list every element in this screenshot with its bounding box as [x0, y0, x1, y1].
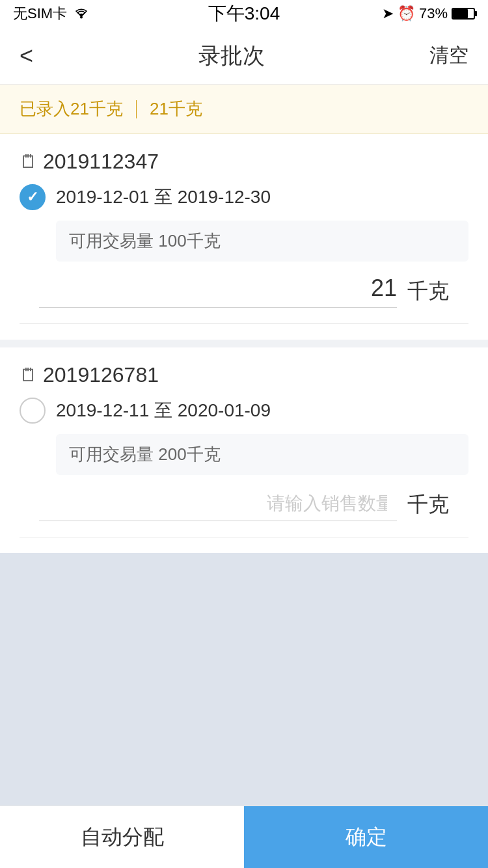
batch-radio-2[interactable] — [20, 398, 46, 424]
batch-id-2: 2019126781 — [43, 363, 159, 387]
batch-date-row-1[interactable]: 2019-12-01 至 2019-12-30 — [20, 184, 468, 210]
carrier-text: 无SIM卡 — [13, 4, 67, 23]
quantity-input-2[interactable] — [267, 488, 397, 515]
summary-banner: 已录入21千克 21千克 — [0, 85, 488, 134]
battery-percent: 73% — [419, 5, 448, 22]
status-bar-left: 无SIM卡 — [13, 4, 90, 23]
auto-distribute-button[interactable]: 自动分配 — [0, 806, 244, 868]
quantity-input-container-2 — [39, 488, 397, 521]
quantity-row-2: 千克 — [20, 475, 468, 537]
clear-button[interactable]: 清空 — [429, 42, 468, 69]
status-bar: 无SIM卡 下午3:04 ➤ ⏰ 73% — [0, 0, 488, 27]
batch-item-1: 🗒 2019112347 2019-12-01 至 2019-12-30 可用交… — [0, 134, 488, 340]
summary-entered: 已录入21千克 — [20, 98, 123, 120]
quantity-row-1: 21 千克 — [20, 262, 468, 324]
summary-amount: 21千克 — [150, 98, 202, 120]
quantity-unit-1: 千克 — [407, 277, 449, 306]
batch-radio-1[interactable] — [20, 184, 46, 210]
bottom-bar: 自动分配 确定 — [0, 806, 488, 868]
batch-list: 🗒 2019112347 2019-12-01 至 2019-12-30 可用交… — [0, 134, 488, 553]
batch-date-2: 2019-12-11 至 2020-01-09 — [56, 398, 271, 423]
quantity-input-container-1: 21 — [39, 275, 397, 308]
batch-date-1: 2019-12-01 至 2019-12-30 — [56, 185, 271, 210]
svg-point-0 — [80, 16, 83, 19]
batch-doc-icon-1: 🗒 — [20, 151, 38, 172]
available-qty-2: 可用交易量 200千克 — [56, 434, 468, 475]
alarm-icon: ⏰ — [398, 5, 415, 22]
batch-id-1: 2019112347 — [43, 150, 159, 174]
batch-id-row-1: 🗒 2019112347 — [20, 150, 468, 174]
available-qty-1: 可用交易量 100千克 — [56, 221, 468, 262]
batch-id-row-2: 🗒 2019126781 — [20, 363, 468, 387]
back-button[interactable]: < — [20, 42, 33, 70]
quantity-unit-2: 千克 — [407, 491, 449, 519]
location-icon: ➤ — [382, 5, 394, 22]
page-title: 录批次 — [198, 41, 265, 71]
batch-date-row-2[interactable]: 2019-12-11 至 2020-01-09 — [20, 398, 468, 424]
batch-doc-icon-2: 🗒 — [20, 364, 38, 386]
confirm-button[interactable]: 确定 — [244, 806, 488, 868]
nav-bar: < 录批次 清空 — [0, 27, 488, 85]
quantity-value-1: 21 — [371, 275, 397, 302]
summary-divider — [136, 100, 137, 118]
status-bar-time: 下午3:04 — [208, 1, 280, 26]
status-bar-right: ➤ ⏰ 73% — [382, 5, 475, 22]
batch-item-2: 🗒 2019126781 2019-12-11 至 2020-01-09 可用交… — [0, 340, 488, 553]
battery-icon — [452, 8, 475, 20]
empty-space — [0, 553, 488, 813]
wifi-icon — [72, 5, 90, 23]
